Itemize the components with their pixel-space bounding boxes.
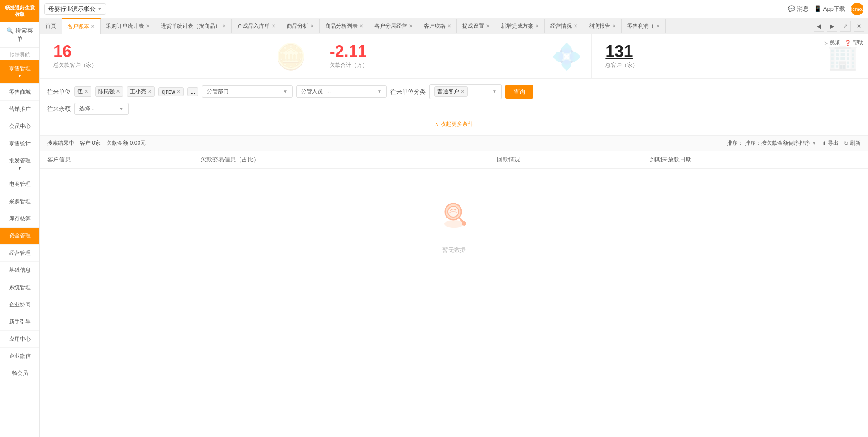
sidebar-item-basic-info[interactable]: 基础信息: [0, 262, 39, 279]
sidebar-item-label: 会员中心: [4, 123, 36, 130]
tab-close-icon[interactable]: ✕: [486, 24, 489, 28]
chevron-down-icon: ▼: [97, 6, 102, 11]
tenant-selector[interactable]: 母婴行业演示帐套 ▼: [44, 3, 106, 15]
result-count: 0家: [92, 140, 101, 146]
tab-label: 提成设置: [462, 22, 484, 30]
tab-customer-ledger[interactable]: 客户账本 ✕: [62, 18, 101, 34]
balance-filter-label: 往来余额: [47, 105, 71, 113]
unit-tag-cjttcw[interactable]: cjttcw ✕: [158, 87, 184, 96]
unit-tag-remove[interactable]: ✕: [116, 89, 120, 95]
tab-customer-contact[interactable]: 客户联络 ✕: [418, 19, 457, 33]
sidebar-item-vip[interactable]: 畅会员: [0, 365, 39, 382]
sidebar-item-finance[interactable]: 资金管理: [0, 228, 39, 245]
sidebar-item-retail-stats[interactable]: 零售统计: [0, 135, 39, 152]
quick-nav[interactable]: 快捷导航: [0, 48, 39, 60]
help-btn[interactable]: ❓ 帮助: [844, 39, 863, 47]
tab-close-icon[interactable]: ✕: [146, 24, 149, 28]
coins-icon: 🪙: [275, 42, 307, 71]
unit-tag-wangxiaoliang[interactable]: 王小亮 ✕: [127, 86, 155, 97]
tab-stock-stats[interactable]: 进货单统计表（按商品） ✕: [155, 19, 232, 33]
balance-select[interactable]: 选择... ▼: [74, 103, 129, 115]
tab-close-icon[interactable]: ✕: [360, 24, 363, 28]
tab-purchase-order[interactable]: 采购订单统计表 ✕: [101, 19, 155, 33]
collapse-btn[interactable]: ∧ 收起更多条件: [435, 119, 473, 130]
tab-close-icon[interactable]: ✕: [222, 24, 226, 28]
category-select[interactable]: 普通客户 ✕ ▼: [429, 84, 502, 99]
sidebar-item-retail-mgmt[interactable]: 零售管理 ▼: [0, 60, 39, 84]
tab-close-icon[interactable]: ✕: [612, 24, 616, 28]
tab-close-icon[interactable]: ✕: [91, 24, 95, 29]
tab-scroll-right[interactable]: ▶: [827, 21, 837, 32]
stats-row: 🪙 16 总欠款客户（家） 💠 -2.11 欠款合计（万） 🏢 131 总客户（…: [40, 34, 868, 79]
sidebar-item-system[interactable]: 系统管理: [0, 279, 39, 296]
quick-nav-label: 快捷导航: [10, 52, 30, 57]
tab-close-icon[interactable]: ✕: [409, 24, 412, 28]
tab-close-icon[interactable]: ✕: [574, 24, 577, 28]
tab-retail-profit[interactable]: 零售利润（ ✕: [622, 19, 666, 33]
category-tag-remove[interactable]: ✕: [460, 89, 465, 95]
tab-new-commission[interactable]: 新增提成方案 ✕: [495, 19, 545, 33]
message-btn[interactable]: 💬 消息: [788, 5, 809, 13]
unit-tag-chenminqiang[interactable]: 陈民强 ✕: [95, 86, 123, 97]
export-btn[interactable]: ⬆ 导出: [822, 139, 839, 147]
app-logo[interactable]: 畅捷通好生意 标版: [0, 0, 39, 22]
sidebar-item-label: 电商管理: [4, 180, 36, 188]
user-avatar[interactable]: demo2: [851, 3, 863, 15]
table-header-row: 客户信息 欠款交易信息（占比） 回款情况 到期未放款日期: [40, 151, 868, 169]
unit-tag-more[interactable]: ...: [187, 87, 198, 96]
chevron-down-icon: ▼: [812, 141, 816, 146]
tab-label: 首页: [45, 22, 56, 30]
result-prefix: 搜索结果中，客户: [47, 140, 91, 146]
sort-selector[interactable]: 排序： 排序：按欠款金额倒序排序 ▼: [727, 139, 816, 147]
tab-close-icon[interactable]: ✕: [310, 24, 314, 28]
tab-close-icon[interactable]: ✕: [272, 24, 275, 28]
sidebar-item-wholesale[interactable]: 批发管理 ▼: [0, 152, 39, 176]
category-tag-label: 普通客户: [437, 88, 459, 95]
sidebar-item-marketing[interactable]: 营销推广: [0, 101, 39, 118]
sidebar-search[interactable]: 🔍 搜索菜单: [0, 22, 39, 48]
tab-operations[interactable]: 经营情况 ✕: [545, 19, 583, 33]
unit-tag-wu[interactable]: 伍 ✕: [74, 86, 91, 97]
sidebar-item-enterprise-collab[interactable]: 企业协同: [0, 296, 39, 314]
person-select[interactable]: 分管人员 ··· ▼: [296, 86, 387, 98]
stat-number-customers: 16: [53, 43, 72, 60]
query-button[interactable]: 查询: [505, 85, 533, 99]
sidebar-item-operations[interactable]: 经营管理: [0, 245, 39, 262]
sidebar-item-member[interactable]: 会员中心: [0, 118, 39, 135]
result-info: 搜索结果中，客户 0家 欠款金额 0.00元: [47, 139, 146, 147]
tab-close-icon[interactable]: ✕: [447, 24, 451, 28]
sidebar-item-retail-mall[interactable]: 零售商城: [0, 84, 39, 101]
sidebar-item-enterprise-wechat[interactable]: 企业微信: [0, 348, 39, 365]
sidebar-item-label: 经营管理: [4, 249, 36, 257]
tab-close-icon[interactable]: ✕: [656, 24, 660, 28]
tab-customer-segment[interactable]: 客户分层经营 ✕: [369, 19, 418, 33]
dept-select[interactable]: 分管部门 ▼: [202, 86, 293, 98]
top-header: 母婴行业演示帐套 ▼ 💬 消息 📱 App下载 demo2: [40, 0, 868, 18]
sidebar: 畅捷通好生意 标版 🔍 搜索菜单 快捷导航 零售管理 ▼ 零售商城 营销推广 会…: [0, 0, 40, 437]
tab-product-analysis-list[interactable]: 商品分析列表 ✕: [320, 19, 369, 33]
unit-tag-wu-remove[interactable]: ✕: [84, 89, 88, 95]
app-download-btn[interactable]: 📱 App下载: [814, 5, 845, 13]
sidebar-item-ecommerce[interactable]: 电商管理: [0, 176, 39, 193]
category-tag-normal[interactable]: 普通客户 ✕: [434, 86, 468, 97]
tab-scroll-left[interactable]: ◀: [814, 21, 824, 32]
result-bar: 搜索结果中，客户 0家 欠款金额 0.00元 排序： 排序：按欠款金额倒序排序 …: [40, 136, 868, 151]
sidebar-item-inventory[interactable]: 库存核算: [0, 210, 39, 228]
unit-tag-remove[interactable]: ✕: [177, 89, 181, 95]
tab-close-icon[interactable]: ✕: [535, 24, 539, 28]
sidebar-item-new-guide[interactable]: 新手引导: [0, 314, 39, 331]
sidebar-item-purchase[interactable]: 采购管理: [0, 193, 39, 210]
stat-label-clients: 总客户（家）: [605, 62, 638, 69]
tab-home[interactable]: 首页: [40, 19, 62, 33]
tab-production-in[interactable]: 产成品入库单 ✕: [232, 19, 281, 33]
refresh-btn[interactable]: ↻ 刷新: [844, 139, 861, 147]
tab-profit-report[interactable]: 利润报告 ✕: [583, 19, 622, 33]
video-btn[interactable]: ▷ 视频: [824, 39, 840, 47]
tab-product-analysis[interactable]: 商品分析 ✕: [281, 19, 320, 33]
unit-tag-remove[interactable]: ✕: [148, 89, 152, 95]
sidebar-item-app-center[interactable]: 应用中心: [0, 331, 39, 348]
tab-close-all[interactable]: ✕: [854, 21, 864, 32]
tab-expand[interactable]: ⤢: [840, 21, 851, 32]
tab-commission-settings[interactable]: 提成设置 ✕: [457, 19, 495, 33]
play-circle-icon: ▷: [824, 40, 828, 46]
